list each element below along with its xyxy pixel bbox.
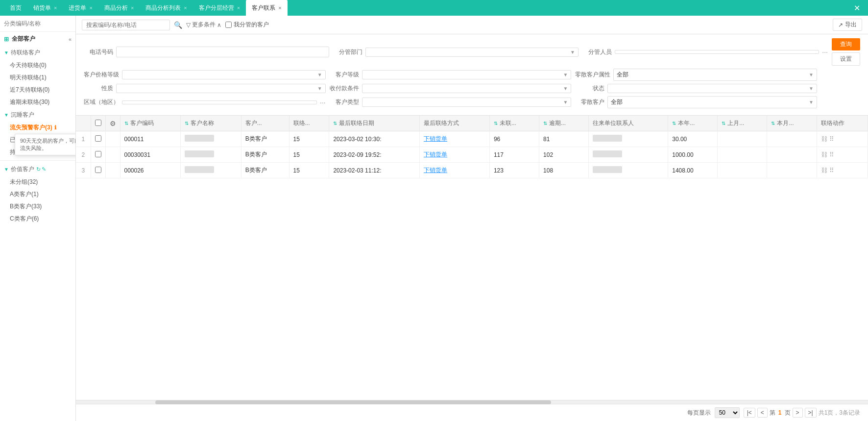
settings-btn[interactable]: 设置 — [832, 52, 860, 66]
col-this-month[interactable]: ⇅本月... — [767, 116, 817, 131]
last-way-link[interactable]: 下销货单 — [424, 151, 447, 158]
refresh-icon[interactable]: ↻ — [36, 166, 41, 173]
customer-type-select[interactable]: ▼ — [362, 98, 572, 107]
filter-more-btn[interactable]: ▽ 更多条件 ∧ — [186, 21, 221, 29]
export-btn[interactable]: ↗ 导出 — [833, 19, 862, 31]
page-size-select[interactable]: 50 20 100 — [715, 407, 740, 418]
region-dots[interactable]: ··· — [320, 99, 326, 106]
sidebar-item-churn-warning[interactable]: 流失预警客户(3) ℹ — [0, 122, 75, 134]
customer-level-select[interactable]: ▼ — [362, 70, 572, 79]
content-area: 🔍 ▽ 更多条件 ∧ 我分管的客户 ↗ 导出 电话号码 — [76, 16, 868, 421]
row-check[interactable] — [91, 131, 105, 147]
row-checkbox[interactable] — [95, 151, 101, 157]
sidebar-item-c-class[interactable]: C类客户(6) — [0, 213, 75, 225]
close-sales-icon[interactable]: × — [54, 5, 57, 11]
query-btn[interactable]: 查询 — [832, 38, 860, 50]
row-check[interactable] — [91, 147, 105, 163]
sidebar-group-value-title[interactable]: ▼ 价值客户 ↻ ✎ — [0, 163, 75, 176]
caret-icon: ▼ — [809, 72, 814, 77]
row-checkbox[interactable] — [95, 167, 101, 173]
col-last-month[interactable]: ⇅上月... — [718, 116, 767, 131]
table-scroll-thumb[interactable] — [155, 400, 552, 404]
col-last-date[interactable]: ⇅最后联络日期 — [329, 116, 420, 131]
nav-analysis-list[interactable]: 商品分析列表 × — [140, 0, 193, 16]
col-overdue[interactable]: ⇅逾期... — [539, 116, 589, 131]
sidebar-item-a-class[interactable]: A类客户(1) — [0, 188, 75, 200]
close-purchase-icon[interactable]: × — [89, 5, 92, 11]
row-last-way[interactable]: 下销货单 — [420, 163, 490, 178]
close-window-icon[interactable]: ✕ — [850, 3, 864, 13]
row-last-month — [718, 163, 767, 178]
sidebar-all-customers[interactable]: ⊞ 全部客户 « — [0, 32, 75, 46]
first-page-btn[interactable]: |< — [744, 408, 755, 418]
edit-icon[interactable]: ✎ — [42, 166, 46, 173]
row-level: B类客户 — [241, 131, 289, 147]
phone-input[interactable] — [116, 47, 329, 57]
filter-row-4: 区域（地区） ··· 客户类型 ▼ 零散客户 全部 — [84, 96, 860, 108]
close-analysis-list-icon[interactable]: × — [184, 5, 187, 11]
close-contact-icon[interactable]: × — [278, 5, 281, 11]
close-analysis-icon[interactable]: × — [131, 5, 134, 11]
table-scroll-bar[interactable] — [76, 400, 868, 404]
sidebar-search-input[interactable] — [4, 20, 76, 27]
next-page-btn[interactable]: > — [793, 408, 803, 418]
action-menu-icon[interactable]: ⠿ — [829, 151, 834, 158]
my-customers-checkbox-label[interactable]: 我分管的客户 — [225, 21, 269, 29]
row-last-way[interactable]: 下销货单 — [420, 131, 490, 147]
nav-analysis[interactable]: 商品分析 × — [98, 0, 140, 16]
collapse-icon: « — [69, 36, 72, 42]
sidebar-item-7days[interactable]: 近7天待联络(0) — [0, 84, 75, 96]
filter-search-icon[interactable]: 🔍 — [174, 21, 182, 29]
last-page-btn[interactable]: >| — [805, 408, 817, 418]
action-link-icon[interactable]: ⛓ — [821, 135, 827, 143]
action-menu-icon[interactable]: ⠿ — [829, 135, 834, 143]
row-last-date: 2023-03-02 10:30: — [329, 131, 420, 147]
col-this-year[interactable]: ⇅本年... — [668, 116, 718, 131]
row-last-way[interactable]: 下销货单 — [420, 147, 490, 163]
status-select[interactable]: ▼ — [607, 84, 817, 93]
col-settings[interactable]: ⚙ — [105, 116, 120, 131]
sidebar-item-ungroup[interactable]: 未分组(32) — [0, 176, 75, 188]
sidebar-group-dormant-title[interactable]: ▼ 沉睡客户 — [0, 108, 75, 122]
table-area: ⚙ ⇅客户编码 ⇅客户名称 客户... 联络... ⇅最后联络日期 最后联络方式… — [76, 116, 868, 400]
person-select[interactable] — [615, 50, 819, 54]
retail-customer-select[interactable]: 全部 ▼ — [607, 96, 817, 108]
last-way-link[interactable]: 下销货单 — [424, 167, 447, 173]
nav-customer-segment[interactable]: 客户分层经营 × — [193, 0, 246, 16]
table-settings-btn[interactable]: ⚙ — [110, 120, 116, 127]
region-select[interactable] — [122, 100, 317, 104]
row-checkbox[interactable] — [95, 135, 101, 142]
action-link-icon[interactable]: ⛓ — [821, 167, 827, 174]
action-link-icon[interactable]: ⛓ — [821, 151, 827, 158]
col-name[interactable]: ⇅客户名称 — [181, 116, 241, 131]
nav-sales[interactable]: 销货单 × — [27, 0, 63, 16]
sidebar-item-overdue[interactable]: 逾期未联络(30) — [0, 96, 75, 108]
payment-select[interactable]: ▼ — [362, 84, 572, 93]
sidebar-item-b-class[interactable]: B类客户(33) — [0, 200, 75, 213]
row-check[interactable] — [91, 163, 105, 178]
row-contact: 15 — [289, 131, 329, 147]
action-menu-icon[interactable]: ⠿ — [829, 167, 834, 174]
last-way-link[interactable]: 下销货单 — [424, 135, 447, 142]
dept-select[interactable]: ▼ — [365, 48, 579, 57]
page-number: 1 — [778, 409, 782, 416]
nav-home[interactable]: 首页 — [4, 0, 27, 16]
close-segment-icon[interactable]: × — [237, 5, 240, 11]
nav-customer-contact[interactable]: 客户联系 × — [246, 0, 287, 16]
my-customers-checkbox[interactable] — [225, 22, 232, 28]
check-all-input[interactable] — [95, 120, 101, 126]
filter-search-input[interactable] — [82, 20, 170, 30]
sidebar-item-tomorrow[interactable]: 明天待联络(1) — [0, 72, 75, 84]
prev-page-btn[interactable]: < — [757, 408, 768, 418]
col-uncontacted[interactable]: ⇅未联... — [489, 116, 539, 131]
person-dots[interactable]: ··· — [822, 48, 828, 56]
retail-attr-select[interactable]: 全部 ▼ — [613, 69, 817, 81]
nature-select[interactable]: ▼ — [116, 84, 326, 93]
nav-purchase[interactable]: 进货单 × — [63, 0, 98, 16]
price-level-select[interactable]: ▼ — [122, 70, 326, 79]
sidebar-group-pending-title[interactable]: ▼ 待联络客户 — [0, 46, 75, 59]
col-check[interactable] — [91, 116, 105, 131]
sidebar-item-today[interactable]: 今天待联络(0) — [0, 59, 75, 72]
sidebar: 🔍 ⊞ 全部客户 « ▼ 待联络客户 今天待联络(0) 明天待联络(1) 近7天… — [0, 16, 76, 421]
col-code[interactable]: ⇅客户编码 — [120, 116, 181, 131]
